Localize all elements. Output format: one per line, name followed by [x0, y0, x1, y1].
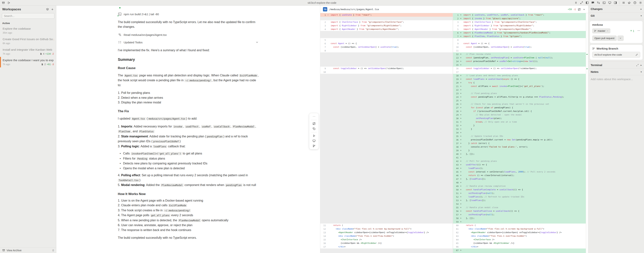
bold-text: State management: [121, 135, 148, 138]
workspaces-sidebar: Workspaces Active Explore the codebase35…: [0, 6, 56, 253]
tool-call-row[interactable]: npm run build 2>&1 | tail -80: [118, 12, 259, 16]
diff-row: 13 <AgentHeader sidebarOpen={sidebarOpen…: [320, 231, 453, 234]
layers-icon[interactable]: [46, 8, 49, 11]
working-branch-field[interactable]: [592, 52, 640, 58]
open-pull-request-button[interactable]: Open pull request: [592, 36, 617, 41]
diff-row: [320, 92, 453, 95]
read-icon: [118, 33, 122, 36]
diff-row: [320, 152, 453, 156]
assistant-paragraph: The build completed successfully with no…: [118, 20, 259, 29]
inline-code: ExitPlanMode: [239, 74, 258, 77]
todos-icon: [118, 40, 122, 44]
diff-row: 41+: [453, 156, 586, 159]
diff-row: [320, 195, 453, 198]
file-icon: [40, 53, 42, 55]
diff-row: 55+ // Handle plan modal close: [453, 206, 586, 209]
diff-row: 40+ }, []);: [453, 152, 586, 156]
workspace-item[interactable]: Explore the codebase I want you to exp7h…: [0, 57, 56, 68]
plus-icon[interactable]: [51, 8, 54, 11]
files-count: 2: [44, 63, 46, 66]
diff-row: [320, 81, 453, 84]
copy-icon[interactable]: [312, 127, 316, 130]
git-branch-icon: [594, 30, 596, 32]
changes-section-header[interactable]: Changes ▸: [588, 6, 644, 12]
list-item: Opens the modal when a new plan is detec…: [118, 166, 259, 171]
list-item: 5. Modal rendering: Added the PlanReview…: [118, 182, 259, 188]
diff-row: 34+: [453, 131, 586, 134]
monitor-icon[interactable]: [312, 139, 316, 142]
inline-code: PlanReviewModal: [232, 125, 255, 128]
section-heading: Root Cause: [118, 66, 259, 70]
inline-code: TaskDetail.tsx: [118, 179, 140, 182]
diff-row: [320, 142, 453, 145]
diff-row: [320, 34, 453, 38]
status-dot: [117, 15, 119, 16]
resize-icon[interactable]: [636, 64, 639, 66]
file-icon: [41, 63, 43, 66]
diff-row: 3import { ChatInterface } from "@/compon…: [453, 20, 586, 24]
workspace-item[interactable]: Install and integrate Vibe Kanban Web7h …: [0, 46, 56, 57]
diff-row: 62 <AgentHeader sidebarOpen={sidebarOpen…: [453, 231, 586, 234]
list-item: 5. When a new pending plan is detected, …: [118, 218, 259, 223]
diff-row: [320, 84, 453, 88]
diff-row: [320, 202, 453, 206]
list-item: Filters for Pending status plans: [118, 156, 259, 161]
list-item: 6. User can review, annotate, approve, o…: [118, 223, 259, 228]
diff-split-icon[interactable]: [312, 122, 316, 125]
diff-row: [320, 127, 453, 131]
diff-file-header: TS /medusa/medusa/src/pages/Agent.tsx +5…: [320, 6, 588, 13]
diff-old-pane[interactable]: 1−import { useState } from "react";2impo…: [320, 13, 453, 253]
tool-call-row[interactable]: Updated Todos: [118, 40, 259, 44]
diff-row: 10: [320, 70, 453, 74]
dots-icon[interactable]: [312, 115, 316, 118]
diff-row: 54+: [453, 202, 586, 206]
pencil-icon: [635, 53, 638, 56]
inline-code: Pending: [136, 157, 148, 160]
diff-split-icon[interactable]: [578, 8, 581, 11]
workspace-time: 7h ago: [3, 63, 10, 66]
branch-selector[interactable]: master: [592, 28, 610, 34]
search-input[interactable]: [2, 13, 54, 19]
notes-title: Notes: [591, 70, 598, 74]
list-item: 2. State management: Added state for tra…: [118, 134, 259, 144]
diff-new-pane[interactable]: 1+import { useState, useEffect, useRef, …: [453, 13, 586, 253]
chevron-down-icon[interactable]: [582, 8, 586, 11]
workspace-item[interactable]: Create Good First Issues on Github So p6…: [0, 36, 56, 46]
repo-more-button[interactable]: [637, 29, 640, 33]
workspace-meta: 6h ago: [3, 42, 54, 45]
diff-row: 6const Agent = () => {: [320, 42, 453, 45]
working-branch-input[interactable]: [594, 53, 635, 56]
diff-row: 38+ console.error('Failed to load plans:…: [453, 145, 586, 149]
diff-row: 33+ }: [453, 127, 586, 131]
pull-request-options-button[interactable]: [617, 36, 624, 41]
diff-row: [320, 60, 453, 63]
diff-row: 56+ const handlePlanClose = useCallback(…: [453, 209, 586, 213]
chat-panel: npm run build 2>&1 | tail -80The build c…: [56, 6, 320, 253]
main-layout: Workspaces Active Explore the codebase35…: [0, 6, 644, 253]
git-repo-card: medusa master 1 Open pull request: [590, 21, 642, 43]
tool-call-row[interactable]: Read medusa/src/pages/Agent.tsx: [118, 33, 259, 36]
notes-section-header[interactable]: Notes ▾: [588, 68, 644, 75]
assistant-paragraph: The build completed successfully with no…: [118, 235, 259, 240]
diff-row: 3import { RightSidebar } from "@/compone…: [320, 24, 453, 28]
tool-call-label: Updated Todos: [124, 41, 143, 44]
diff-row: 53+ }, [loadPlans]);: [453, 198, 586, 202]
diff-row: 19+ const loadPlans = useCallback(async …: [453, 77, 586, 81]
diff-scrollbar-track[interactable]: [586, 13, 588, 253]
diff-row: [320, 110, 453, 113]
view-archive-row[interactable]: View Archive 0: [0, 247, 56, 253]
terminal-section-header[interactable]: Terminal ▸: [588, 62, 644, 68]
diff-row: [320, 113, 453, 116]
section-heading: Summary: [118, 58, 259, 62]
diff-row: 8: [320, 49, 453, 52]
list-item: 2. Claude enters plan mode and calls Exi…: [118, 203, 259, 208]
chevron-down-icon[interactable]: [255, 40, 259, 44]
git-section-header[interactable]: Git ▾: [588, 12, 644, 19]
chevron-down-icon: [606, 30, 608, 32]
git-branch-icon[interactable]: [312, 144, 316, 148]
numbered-list: 1. User is on the Agent page with a Dock…: [118, 198, 259, 232]
bold-text: Polling effect: [121, 174, 140, 177]
play-icon[interactable]: [312, 134, 316, 138]
notes-placeholder[interactable]: Add notes about this workspace...: [588, 75, 644, 83]
workspace-item[interactable]: Explore the codebase35m ago: [0, 25, 56, 36]
